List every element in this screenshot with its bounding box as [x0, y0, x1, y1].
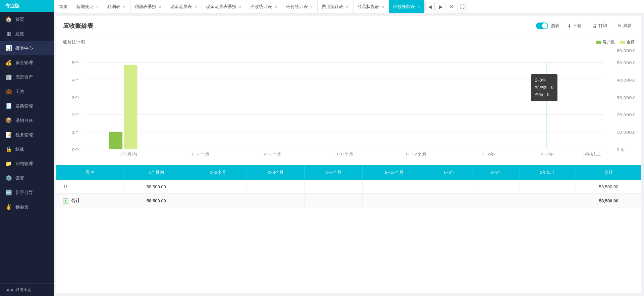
settings-icon: ⚙️ — [5, 175, 12, 181]
inventory-icon: 📦 — [5, 117, 12, 124]
sidebar-item-label: 畅会员 — [15, 204, 29, 210]
svg-text:2个: 2个 — [72, 113, 79, 117]
tab-voucher[interactable]: 新增凭证 × — [72, 0, 103, 13]
refresh-button[interactable]: ↻ 刷新 — [615, 21, 635, 30]
sidebar-item-archive[interactable]: 📁 归档管理 — [0, 156, 54, 171]
sidebar-item-label: 设置 — [15, 175, 24, 181]
chart-title: 账龄统计图 — [63, 39, 635, 45]
col-month1: 1个月内 — [123, 165, 189, 180]
svg-text:5个: 5个 — [72, 61, 79, 65]
home-icon: 🏠 — [5, 16, 12, 22]
close-tab-cashflow-q[interactable]: × — [238, 4, 242, 9]
close-tab-ar-aging[interactable]: × — [417, 4, 420, 9]
tab-ar-aging[interactable]: 应收账龄表 × — [389, 0, 425, 13]
bar-month1-customers — [109, 132, 122, 149]
sidebar-item-label: 发票管理 — [15, 103, 33, 109]
tax-icon: 📝 — [5, 132, 12, 138]
sidebar-item-funds[interactable]: 💰 资金管理 — [0, 55, 54, 70]
sidebar-item-reports[interactable]: 📊 报表中心 — [0, 41, 54, 55]
total-icon: Σ — [63, 198, 68, 204]
table-row: 11 58,500.00 58,500.00 — [56, 180, 641, 194]
close-tab-ap-stat[interactable]: × — [310, 4, 313, 9]
tab-operation[interactable]: 经营状况表 × — [354, 0, 389, 13]
sidebar-item-ledger[interactable]: ▦ 总账 — [0, 27, 54, 41]
download-button[interactable]: ⬇ 下载 — [565, 21, 584, 30]
sidebar-item-guide[interactable]: 🆕 新手引导 — [0, 185, 54, 200]
invoice-icon: 🧾 — [5, 103, 12, 109]
header-actions: 图表 ⬇ 下载 🖨 打印 ↻ 刷新 — [536, 21, 635, 30]
cell-month12 — [189, 180, 247, 194]
sidebar-item-inventory[interactable]: 📦 进销台账 — [0, 113, 54, 128]
svg-text:30,000.00元: 30,000.00元 — [616, 95, 635, 100]
svg-text:3~6个月: 3~6个月 — [335, 152, 353, 156]
legend-amount-color — [620, 41, 625, 44]
sidebar-item-label: 归档管理 — [15, 161, 33, 167]
cell-month1: 58,500.00 — [123, 180, 189, 194]
pin-toggle[interactable]: ◄◄ 取消固定 — [0, 283, 54, 296]
sidebar-item-label: 税务管理 — [15, 132, 33, 138]
tab-expand-button[interactable]: ⛶ — [458, 2, 467, 11]
sidebar-item-salary[interactable]: 💼 工资 — [0, 84, 54, 99]
tab-ar-stat[interactable]: 应收统计表 × — [246, 0, 282, 13]
sidebar-item-invoice[interactable]: 🧾 发票管理 — [0, 99, 54, 113]
sidebar-item-member[interactable]: ✌ 畅会员 — [0, 200, 54, 214]
sidebar-item-closing[interactable]: 🔒 结账 — [0, 142, 54, 156]
tab-prev-button[interactable]: ◀ — [425, 2, 435, 11]
svg-text:0元: 0元 — [616, 147, 624, 152]
tab-profit-q[interactable]: 利润表季报 × — [130, 0, 166, 13]
sidebar-item-home[interactable]: 🏠 首页 — [0, 12, 54, 27]
toggle-switch-control[interactable] — [536, 22, 548, 29]
page-header: 应收账龄表 图表 ⬇ 下载 🖨 打印 ↻ 刷新 — [56, 16, 641, 34]
svg-text:20,000.00元: 20,000.00元 — [616, 113, 635, 117]
col-year12: 1~2年 — [426, 165, 473, 180]
legend-customers-color — [596, 41, 601, 44]
sidebar-item-label: 总账 — [15, 31, 24, 37]
svg-text:3个: 3个 — [72, 95, 79, 100]
cell-month36 — [305, 180, 362, 194]
sidebar-item-assets[interactable]: 🏢 固定资产 — [0, 70, 54, 84]
refresh-icon: ↻ — [618, 23, 622, 29]
cell-customer: 11 — [56, 180, 123, 194]
print-button[interactable]: 🖨 打印 — [590, 21, 610, 30]
close-tab-operation[interactable]: × — [381, 4, 385, 9]
svg-text:1个月内: 1个月内 — [120, 152, 137, 156]
tab-profit[interactable]: 利润表 × — [103, 0, 130, 13]
close-tab-expense[interactable]: × — [345, 4, 349, 9]
svg-text:60,000.00元: 60,000.00元 — [616, 49, 635, 53]
close-tab-cashflow[interactable]: × — [194, 4, 197, 9]
total-month1: 58,500.00 — [123, 194, 189, 208]
svg-text:1~2个月: 1~2个月 — [191, 152, 209, 156]
tab-next-button[interactable]: ▶ — [436, 2, 445, 11]
close-tab-ar-stat[interactable]: × — [274, 4, 277, 9]
cell-year23 — [473, 180, 520, 194]
tab-cashflow[interactable]: 现金流量表 × — [166, 0, 202, 13]
chart-toggle[interactable]: 图表 — [536, 22, 559, 29]
cell-month612 — [362, 180, 426, 194]
legend-customers: 客户数 — [596, 39, 615, 45]
funds-icon: 💰 — [5, 59, 12, 66]
table-header-row: 客户 1个月内 1~2个月 2~3个月 3~6个月 6~12个月 1~2年 2~… — [56, 165, 641, 180]
reports-icon: 📊 — [5, 45, 12, 51]
col-month612: 6~12个月 — [362, 165, 426, 180]
legend-amount: 金额 — [620, 39, 635, 45]
tab-close-all-button[interactable]: ✕ — [447, 2, 456, 11]
sidebar-item-settings[interactable]: ⚙️ 设置 — [0, 171, 54, 185]
print-icon: 🖨 — [592, 23, 597, 29]
svg-text:4个: 4个 — [72, 78, 79, 83]
main-area: 首页 新增凭证 × 利润表 × 利润表季报 × 现金流量表 × 现金流量表季报 … — [54, 0, 644, 296]
tab-expense[interactable]: 费用统计表 × — [318, 0, 353, 13]
tab-cashflow-q[interactable]: 现金流量表季报 × — [202, 0, 246, 13]
close-tab-voucher[interactable]: × — [96, 4, 99, 9]
total-year23 — [473, 194, 520, 208]
close-tab-profit[interactable]: × — [122, 4, 126, 9]
tab-home[interactable]: 首页 — [55, 0, 72, 13]
tab-ap-stat[interactable]: 应付统计表 × — [282, 0, 318, 13]
svg-text:2~3年: 2~3年 — [540, 152, 554, 156]
col-month12: 1~2个月 — [189, 165, 247, 180]
total-month36 — [305, 194, 362, 208]
cell-year3plus — [520, 180, 576, 194]
close-tab-profit-q[interactable]: × — [158, 4, 162, 9]
total-month23 — [247, 194, 305, 208]
sidebar-item-tax[interactable]: 📝 税务管理 — [0, 128, 54, 142]
sidebar-item-label: 首页 — [15, 16, 24, 22]
